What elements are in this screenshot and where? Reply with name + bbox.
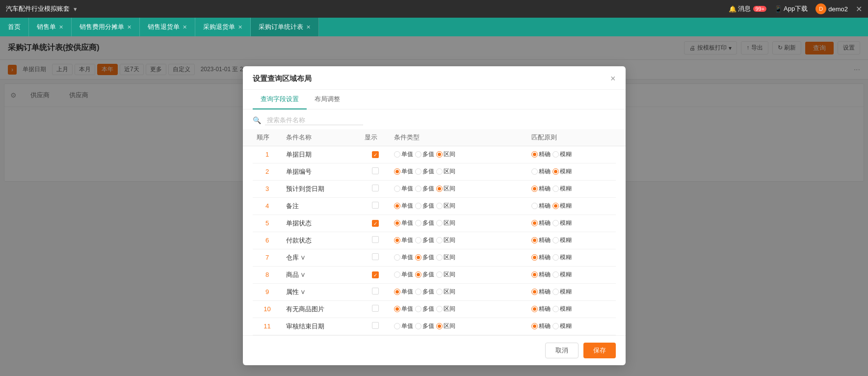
match-radio-精确-9[interactable]: 精确 bbox=[531, 305, 551, 313]
match-radio-模糊-1[interactable]: 模糊 bbox=[552, 167, 572, 176]
cancel-button[interactable]: 取消 bbox=[545, 343, 579, 358]
tab-sales-fee[interactable]: 销售费用分摊单 ✕ bbox=[72, 18, 140, 36]
tab-purchase-stats[interactable]: 采购订单统计表 ✕ bbox=[251, 18, 319, 36]
row-display-1[interactable] bbox=[361, 163, 390, 180]
type-radio-单值-0[interactable]: 单值 bbox=[394, 150, 413, 159]
save-button[interactable]: 保存 bbox=[583, 343, 616, 358]
type-radio-多值-10[interactable]: 多值 bbox=[415, 322, 434, 330]
user-area[interactable]: D demo2 bbox=[815, 3, 848, 14]
tab-purchase-return-close[interactable]: ✕ bbox=[238, 24, 242, 30]
match-radio-精确-6[interactable]: 精确 bbox=[531, 253, 551, 262]
type-radio-多值-0[interactable]: 多值 bbox=[415, 150, 434, 159]
type-radio-单值-1[interactable]: 单值 bbox=[394, 167, 413, 176]
type-radio-单值-10[interactable]: 单值 bbox=[394, 322, 413, 330]
row-display-0[interactable] bbox=[361, 147, 390, 162]
type-radio-多值-6[interactable]: 多值 bbox=[415, 253, 434, 262]
modal-tab-query-fields[interactable]: 查询字段设置 bbox=[253, 90, 307, 109]
checkbox-8[interactable] bbox=[372, 288, 379, 295]
match-radio-精确-3[interactable]: 精确 bbox=[531, 202, 551, 210]
type-radio-区间-3[interactable]: 区间 bbox=[436, 202, 455, 210]
type-radio-多值-1[interactable]: 多值 bbox=[415, 167, 434, 176]
notification-area[interactable]: 🔔 消息 99+ bbox=[729, 4, 766, 13]
tab-purchase-return[interactable]: 采购退货单 ✕ bbox=[195, 18, 251, 36]
type-radio-区间-10[interactable]: 区间 bbox=[436, 322, 455, 330]
tab-sales-fee-close[interactable]: ✕ bbox=[127, 24, 132, 30]
type-radio-区间-2[interactable]: 区间 bbox=[436, 185, 455, 193]
match-radio-模糊-6[interactable]: 模糊 bbox=[552, 253, 572, 262]
type-radio-多值-3[interactable]: 多值 bbox=[415, 202, 434, 210]
match-radio-精确-1[interactable]: 精确 bbox=[531, 167, 551, 176]
type-radio-区间-8[interactable]: 区间 bbox=[436, 288, 455, 296]
type-radio-区间-5[interactable]: 区间 bbox=[436, 236, 455, 244]
checkbox-2[interactable] bbox=[372, 185, 379, 191]
checkbox-0[interactable] bbox=[372, 151, 379, 158]
row-display-5[interactable] bbox=[361, 232, 390, 248]
tab-sales-order-close[interactable]: ✕ bbox=[59, 24, 63, 30]
type-radio-单值-6[interactable]: 单值 bbox=[394, 253, 413, 262]
checkbox-6[interactable] bbox=[372, 253, 379, 260]
match-radio-模糊-7[interactable]: 模糊 bbox=[552, 270, 572, 279]
search-input[interactable] bbox=[265, 115, 363, 125]
match-radio-精确-10[interactable]: 精确 bbox=[531, 322, 551, 330]
type-radio-多值-8[interactable]: 多值 bbox=[415, 288, 434, 296]
type-radio-单值-8[interactable]: 单值 bbox=[394, 288, 413, 296]
tab-sales-return-close[interactable]: ✕ bbox=[183, 24, 187, 30]
app-download-area[interactable]: 📱 App下载 bbox=[774, 4, 808, 13]
match-radio-模糊-0[interactable]: 模糊 bbox=[552, 150, 572, 159]
checkbox-1[interactable] bbox=[372, 167, 379, 174]
match-radio-模糊-4[interactable]: 模糊 bbox=[552, 219, 572, 227]
tab-sales-return[interactable]: 销售退货单 ✕ bbox=[140, 18, 195, 36]
row-display-8[interactable] bbox=[361, 284, 390, 300]
type-radio-单值-7[interactable]: 单值 bbox=[394, 270, 413, 279]
match-radio-精确-2[interactable]: 精确 bbox=[531, 185, 551, 193]
app-close-button[interactable]: ✕ bbox=[856, 4, 862, 14]
type-radio-区间-1[interactable]: 区间 bbox=[436, 167, 455, 176]
type-radio-区间-6[interactable]: 区间 bbox=[436, 253, 455, 262]
checkbox-9[interactable] bbox=[372, 305, 379, 312]
row-display-9[interactable] bbox=[361, 301, 390, 317]
checkbox-10[interactable] bbox=[372, 322, 379, 329]
type-radio-单值-4[interactable]: 单值 bbox=[394, 219, 413, 227]
match-radio-模糊-3[interactable]: 模糊 bbox=[552, 202, 572, 210]
tab-sales-order[interactable]: 销售单 ✕ bbox=[29, 18, 72, 36]
type-radio-单值-2[interactable]: 单值 bbox=[394, 185, 413, 193]
checkbox-7[interactable] bbox=[372, 271, 379, 278]
tab-home[interactable]: 首页 bbox=[0, 18, 29, 36]
type-radio-单值-9[interactable]: 单值 bbox=[394, 305, 413, 313]
match-radio-模糊-9[interactable]: 模糊 bbox=[552, 305, 572, 313]
match-radio-精确-8[interactable]: 精确 bbox=[531, 288, 551, 296]
row-display-4[interactable] bbox=[361, 215, 390, 231]
type-radio-多值-4[interactable]: 多值 bbox=[415, 219, 434, 227]
dropdown-icon[interactable]: ▾ bbox=[74, 5, 77, 13]
type-radio-单值-3[interactable]: 单值 bbox=[394, 202, 413, 210]
type-radio-单值-5[interactable]: 单值 bbox=[394, 236, 413, 244]
row-display-2[interactable] bbox=[361, 181, 390, 197]
radio-circle bbox=[436, 271, 443, 278]
checkbox-5[interactable] bbox=[372, 236, 379, 243]
type-radio-区间-0[interactable]: 区间 bbox=[436, 150, 455, 159]
match-radio-精确-4[interactable]: 精确 bbox=[531, 219, 551, 227]
type-radio-多值-9[interactable]: 多值 bbox=[415, 305, 434, 313]
tab-purchase-stats-close[interactable]: ✕ bbox=[306, 24, 311, 30]
type-radio-多值-2[interactable]: 多值 bbox=[415, 185, 434, 193]
checkbox-4[interactable] bbox=[372, 220, 379, 227]
row-display-3[interactable] bbox=[361, 198, 390, 214]
match-radio-精确-5[interactable]: 精确 bbox=[531, 236, 551, 244]
row-display-7[interactable] bbox=[361, 267, 390, 283]
type-radio-区间-7[interactable]: 区间 bbox=[436, 270, 455, 279]
checkbox-3[interactable] bbox=[372, 202, 379, 209]
row-display-10[interactable] bbox=[361, 318, 390, 334]
match-radio-模糊-8[interactable]: 模糊 bbox=[552, 288, 572, 296]
match-radio-精确-7[interactable]: 精确 bbox=[531, 270, 551, 279]
modal-close-button[interactable]: × bbox=[610, 74, 616, 83]
modal-tab-layout[interactable]: 布局调整 bbox=[307, 90, 348, 109]
type-radio-区间-4[interactable]: 区间 bbox=[436, 219, 455, 227]
type-radio-多值-7[interactable]: 多值 bbox=[415, 270, 434, 279]
type-radio-多值-5[interactable]: 多值 bbox=[415, 236, 434, 244]
match-radio-模糊-10[interactable]: 模糊 bbox=[552, 322, 572, 330]
type-radio-区间-9[interactable]: 区间 bbox=[436, 305, 455, 313]
row-display-6[interactable] bbox=[361, 249, 390, 266]
match-radio-精确-0[interactable]: 精确 bbox=[531, 150, 551, 159]
match-radio-模糊-5[interactable]: 模糊 bbox=[552, 236, 572, 244]
match-radio-模糊-2[interactable]: 模糊 bbox=[552, 185, 572, 193]
